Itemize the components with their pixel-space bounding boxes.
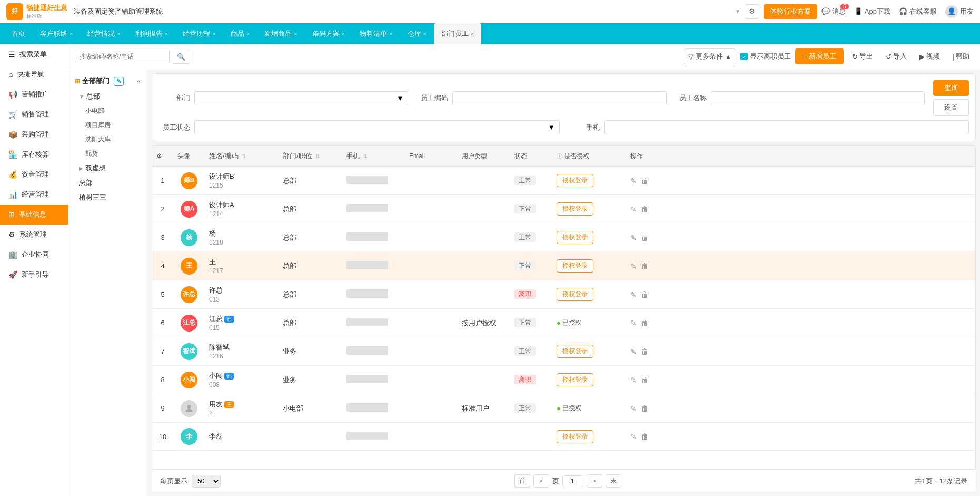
delete-icon[interactable]: 🗑 [641, 290, 648, 299]
close-icon[interactable]: × [294, 31, 297, 37]
tab-add-goods[interactable]: 新增商品 × [257, 23, 304, 44]
dept-group-header-zongbu[interactable]: 总部 [73, 176, 147, 190]
more-filter-btn[interactable]: ▽ 更多条件 ▲ [684, 48, 737, 64]
last-page-btn[interactable]: 末 [606, 474, 621, 488]
first-page-btn[interactable]: 首 [514, 474, 530, 488]
edit-icon[interactable]: ✎ [630, 319, 637, 327]
edit-icon[interactable]: ✎ [630, 262, 637, 270]
edit-icon[interactable]: ✎ [630, 177, 637, 185]
dept-node-xiaodianyuan[interactable]: 小电部 [73, 104, 147, 118]
sidebar-item-system[interactable]: ⚙ 系统管理 [0, 225, 68, 245]
tab-goods[interactable]: 商品 × [223, 23, 257, 44]
page-number-input[interactable] [562, 475, 583, 487]
app-download-btn[interactable]: 📱 App下载 [854, 7, 890, 16]
col-name-code[interactable]: 姓名/编码 ⇅ [205, 146, 279, 167]
sidebar-item-sales[interactable]: 🛒 销售管理 [0, 104, 68, 124]
edit-icon[interactable]: ✎ [630, 432, 637, 441]
dept-group-header-planting[interactable]: 植树王三 [73, 190, 147, 205]
delete-icon[interactable]: 🗑 [641, 262, 648, 270]
search-employee-input[interactable] [75, 50, 170, 63]
authorize-login-btn[interactable]: 授权登录 [557, 430, 593, 443]
dept-node-project[interactable]: 项目库房 [73, 118, 147, 132]
online-service-btn[interactable]: 🎧 在线客服 [899, 7, 937, 16]
delete-icon[interactable]: 🗑 [641, 177, 648, 185]
close-icon[interactable]: × [117, 31, 120, 37]
sidebar-item-inventory[interactable]: 🏪 库存核算 [0, 144, 68, 164]
dept-group-header-double[interactable]: ▶ 双虚想 [73, 161, 147, 176]
search-employee-btn[interactable]: 🔍 [173, 50, 190, 64]
sort-dept-icon[interactable]: ⇅ [315, 153, 320, 159]
sidebar-item-quicknav[interactable]: ⌂ 快捷导航 [0, 64, 68, 84]
sidebar-item-marketing[interactable]: 📢 营销推广 [0, 84, 68, 104]
edit-icon[interactable]: ✎ [630, 376, 637, 384]
tab-customer[interactable]: 客户联络 × [33, 23, 80, 44]
add-employee-btn[interactable]: + 新增员工 [795, 48, 843, 64]
sort-name-icon[interactable]: ⇅ [242, 153, 246, 159]
settings-icon[interactable]: ⚙ [745, 4, 759, 19]
delete-icon[interactable]: 🗑 [641, 404, 648, 413]
query-btn[interactable]: 查询 [933, 80, 969, 96]
tab-barcode[interactable]: 条码方案 × [305, 23, 352, 44]
delete-icon[interactable]: 🗑 [641, 432, 648, 441]
authorize-login-btn[interactable]: 授权登录 [557, 259, 593, 273]
user-btn[interactable]: 👤 用友 [945, 5, 974, 18]
dept-node-peihuo[interactable]: 配货 [73, 147, 147, 161]
show-resigned-toggle[interactable]: ✓ 显示离职员工 [740, 52, 791, 61]
delete-icon[interactable]: 🗑 [641, 234, 648, 242]
close-icon[interactable]: × [471, 31, 474, 37]
help-btn[interactable]: | 帮助 [948, 49, 974, 64]
tab-history[interactable]: 经营历程 × [175, 23, 223, 44]
page-size-select[interactable]: 50 100 200 [192, 475, 221, 488]
tab-profit[interactable]: 利润报告 × [128, 23, 175, 44]
sidebar-item-basic[interactable]: ⊞ 基础信息 [0, 205, 68, 225]
close-icon[interactable]: × [389, 31, 392, 37]
tab-operation[interactable]: 经营情况 × [80, 23, 127, 44]
filter-phone-input[interactable] [604, 120, 969, 134]
delete-icon[interactable]: 🗑 [641, 319, 648, 327]
dept-collapse-icon[interactable]: « [137, 77, 141, 85]
edit-icon[interactable]: ✎ [630, 404, 637, 413]
close-icon[interactable]: × [423, 31, 427, 37]
next-page-btn[interactable]: ＞ [587, 474, 602, 488]
export-btn[interactable]: ↻ 导出 [848, 49, 877, 64]
filter-status-select[interactable]: ▼ [194, 120, 560, 134]
sidebar-item-search[interactable]: ☰ 搜索菜单 [0, 44, 68, 64]
authorize-login-btn[interactable]: 授权登录 [557, 373, 593, 386]
close-icon[interactable]: × [342, 31, 345, 37]
prev-page-btn[interactable]: ＜ [533, 474, 549, 488]
delete-icon[interactable]: 🗑 [641, 376, 648, 384]
authorize-login-btn[interactable]: 授权登录 [557, 288, 593, 301]
filter-dept-select[interactable]: ▼ [194, 91, 408, 105]
system-title-dropdown-icon[interactable]: ▼ [735, 8, 740, 14]
message-btn[interactable]: 💬 消息 5 [821, 7, 846, 16]
sidebar-item-guide[interactable]: 🚀 新手引导 [0, 265, 68, 285]
sidebar-item-operation[interactable]: 📊 经营管理 [0, 184, 68, 205]
edit-icon[interactable]: ✎ [630, 347, 637, 356]
view-btn[interactable]: ▶ 视频 [915, 49, 944, 64]
filter-name-input[interactable] [711, 91, 925, 105]
dept-group-header-main[interactable]: ▼ 总部 [73, 89, 147, 104]
authorize-login-btn[interactable]: 授权登录 [557, 345, 593, 358]
import-btn[interactable]: ↺ 导入 [882, 49, 911, 64]
sidebar-item-enterprise[interactable]: 🏢 企业协同 [0, 245, 68, 265]
delete-icon[interactable]: 🗑 [641, 347, 648, 356]
close-icon[interactable]: × [70, 31, 73, 37]
sidebar-item-finance[interactable]: 💰 资金管理 [0, 164, 68, 184]
authorize-login-btn[interactable]: 授权登录 [557, 174, 593, 187]
filter-code-input[interactable] [452, 91, 666, 105]
edit-icon[interactable]: ✎ [630, 290, 637, 299]
edit-icon[interactable]: ✎ [630, 234, 637, 242]
set-btn[interactable]: 设置 [933, 99, 969, 116]
dept-node-shenyang[interactable]: 沈阳大库 [73, 132, 147, 147]
close-icon[interactable]: × [246, 31, 250, 37]
dept-tree-all[interactable]: ⊞ 全部部门 ✎ « [68, 73, 147, 89]
sort-phone-icon[interactable]: ⇅ [363, 153, 367, 159]
authorize-login-btn[interactable]: 授权登录 [557, 202, 593, 216]
tab-warehouse[interactable]: 仓库 × [400, 23, 434, 44]
tab-department[interactable]: 部门员工 × [434, 23, 481, 44]
col-settings[interactable]: ⚙ [152, 146, 173, 167]
authorize-login-btn[interactable]: 授权登录 [557, 231, 593, 244]
close-icon[interactable]: × [212, 31, 215, 37]
tab-home[interactable]: 首页 [4, 23, 33, 44]
trial-btn[interactable]: 体验行业方案 [764, 4, 817, 19]
